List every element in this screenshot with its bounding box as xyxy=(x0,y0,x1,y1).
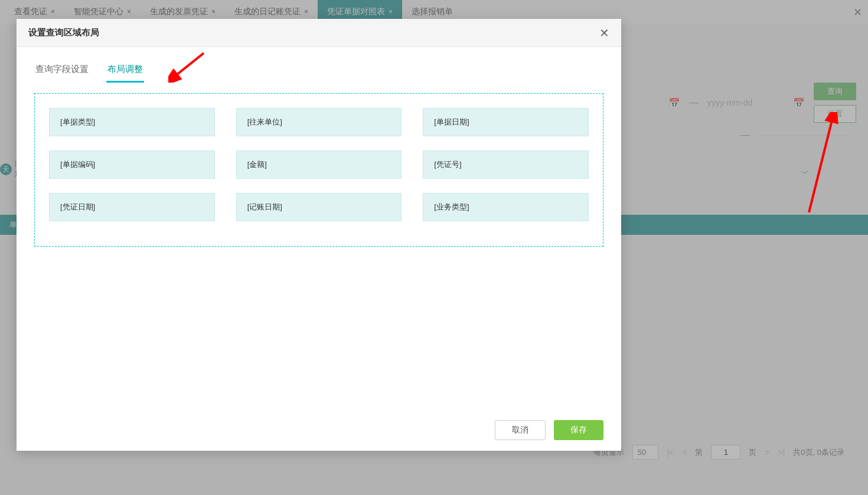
layout-item-biz-type[interactable]: [业务类型] xyxy=(423,193,589,221)
layout-settings-modal: 设置查询区域布局 ✕ 查询字段设置 布局调整 [单据类型] [往来单位] [单据… xyxy=(17,19,621,451)
layout-dropzone[interactable]: [单据类型] [往来单位] [单据日期] [单据编码] [金额] [凭证号] [… xyxy=(34,93,603,247)
save-button[interactable]: 保存 xyxy=(554,420,603,440)
modal-tabs: 查询字段设置 布局调整 xyxy=(34,59,603,83)
layout-item-amount[interactable]: [金额] xyxy=(236,150,402,179)
layout-item-doc-code[interactable]: [单据编码] xyxy=(49,150,215,179)
layout-item-doc-type[interactable]: [单据类型] xyxy=(49,108,215,136)
modal-close-button[interactable]: ✕ xyxy=(599,26,609,40)
modal-body: 查询字段设置 布局调整 [单据类型] [往来单位] [单据日期] [单据编码] … xyxy=(17,47,621,417)
tab-query-fields[interactable]: 查询字段设置 xyxy=(34,59,90,83)
layout-item-partner[interactable]: [往来单位] xyxy=(236,108,402,136)
layout-item-voucher-date[interactable]: [凭证日期] xyxy=(49,193,215,221)
modal-title: 设置查询区域布局 xyxy=(28,27,99,38)
modal-header: 设置查询区域布局 ✕ xyxy=(17,19,621,47)
cancel-button[interactable]: 取消 xyxy=(495,420,546,440)
modal-footer: 取消 保存 xyxy=(17,417,621,451)
layout-item-doc-date[interactable]: [单据日期] xyxy=(423,108,589,136)
layout-item-posting-date[interactable]: [记账日期] xyxy=(236,193,402,221)
layout-item-voucher-no[interactable]: [凭证号] xyxy=(423,150,589,179)
tab-layout-adjust[interactable]: 布局调整 xyxy=(106,59,144,83)
